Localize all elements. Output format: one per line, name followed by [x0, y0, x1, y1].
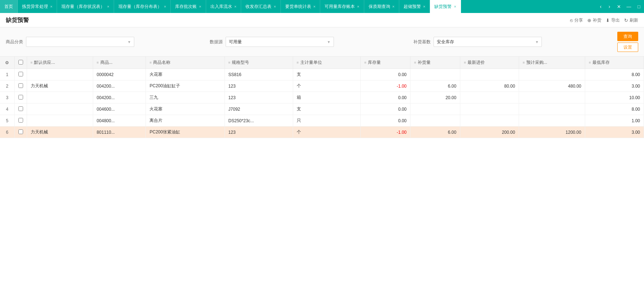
query-button[interactable]: 查询	[617, 32, 638, 41]
category-select[interactable]: ▼	[26, 37, 134, 47]
nav-tab-close-11[interactable]: ×	[454, 4, 456, 9]
settings-col-header: ⚙	[0, 57, 14, 69]
nav-tab-label-8: 可用量库存账本	[325, 4, 355, 10]
main-content: 缺货预警 ⎋ 分享 ⊕ 补货 ⬇ 导出 ↻ 刷新 商品分类	[0, 13, 644, 287]
row-checkbox-4[interactable]	[18, 118, 23, 123]
supplier-cell-1: 力天机械	[27, 80, 93, 92]
nav-tab-label-11: 缺货预警	[434, 4, 452, 10]
th-replenish-icon: ≡	[414, 61, 416, 65]
row-checkbox-1[interactable]	[18, 83, 23, 88]
category-label: 商品分类	[6, 39, 23, 45]
datasource-arrow-icon: ▼	[327, 40, 331, 44]
latest-price-cell-5: 200.00	[460, 127, 519, 138]
nav-tab-10[interactable]: 超储预警×	[399, 0, 430, 13]
nav-prev-arrow[interactable]: ‹	[596, 0, 605, 13]
nav-tab-close-4[interactable]: ×	[199, 4, 201, 9]
row-index-5: 6	[0, 127, 14, 138]
refresh-icon: ↻	[624, 18, 628, 23]
th-unit-icon: ≡	[297, 61, 299, 65]
nav-tab-6[interactable]: 收发存汇总表×	[241, 0, 280, 13]
th-latest-price-icon: ≡	[464, 61, 466, 65]
window-maximize-icon[interactable]: □	[634, 0, 644, 13]
nav-tab-close-2[interactable]: ×	[107, 4, 109, 9]
nav-tab-close-10[interactable]: ×	[423, 4, 425, 9]
replenish-base-value: 安全库存	[437, 39, 454, 45]
row-checkbox-3[interactable]	[18, 106, 23, 111]
table-row: 5004800...离合片DS250*23c...只0.001.00	[0, 115, 644, 127]
nav-next-arrow[interactable]: ›	[605, 0, 614, 13]
page-header: 缺货预警 ⎋ 分享 ⊕ 补货 ⬇ 导出 ↻ 刷新	[0, 13, 644, 27]
nav-tab-2[interactable]: 现存量（库存状况表）×	[57, 0, 114, 13]
table-row: 4004600...火花塞J7092支0.008.00	[0, 103, 644, 115]
select-all-checkbox[interactable]	[18, 60, 23, 65]
code-cell-3: 004600...	[93, 103, 146, 115]
nav-tab-close-7[interactable]: ×	[313, 4, 316, 9]
nav-tab-close-1[interactable]: ×	[50, 4, 52, 9]
refresh-button[interactable]: ↻ 刷新	[624, 17, 638, 23]
nav-tab-5[interactable]: 出入库流水×	[206, 0, 241, 13]
nav-tab-close-5[interactable]: ×	[234, 4, 236, 9]
replenish-base-select[interactable]: 安全库存 ▼	[434, 37, 542, 47]
nav-tab-label-7: 要货单统计表	[285, 4, 311, 10]
code-cell-2: 004200...	[93, 92, 146, 103]
gear-icon[interactable]: ⚙	[5, 60, 9, 65]
row-checkbox-0[interactable]	[18, 72, 23, 76]
data-table-container: ⚙ ≡ 默认供应... ≡ 商品...	[0, 57, 644, 138]
nav-tab-label-5: 出入库流水	[210, 4, 232, 10]
settings-button[interactable]: 设置	[617, 43, 638, 52]
nav-tab-0[interactable]: 首页	[0, 0, 18, 13]
unit-cell-0: 支	[293, 69, 360, 80]
nav-tab-8[interactable]: 可用量库存账本×	[320, 0, 364, 13]
nav-tab-label-6: 收发存汇总表	[245, 4, 271, 10]
row-checkbox-2[interactable]	[18, 95, 23, 100]
nav-tab-label-1: 拣货异常处理	[22, 4, 48, 10]
replenish-cell-5: 6.00	[410, 127, 460, 138]
replenish-button[interactable]: ⊕ 补货	[587, 17, 601, 23]
nav-tab-close-3[interactable]: ×	[164, 4, 166, 9]
nav-tab-1[interactable]: 拣货异常处理×	[18, 0, 57, 13]
stock-cell-4: 0.00	[361, 115, 410, 127]
name-cell-3: 火花塞	[146, 103, 225, 115]
estimated-purchase-cell-2	[519, 92, 585, 103]
stock-cell-5: -1.00	[361, 127, 410, 138]
row-index-4: 5	[0, 115, 14, 127]
code-cell-0: 0000042	[93, 69, 146, 80]
nav-tab-3[interactable]: 现存量（库存分布表）×	[114, 0, 171, 13]
spec-cell-4: DS250*23c...	[225, 115, 293, 127]
row-checkbox-col-2	[14, 92, 27, 103]
share-button[interactable]: ⎋ 分享	[570, 17, 583, 23]
nav-tab-7[interactable]: 要货单统计表×	[281, 0, 320, 13]
nav-tab-close-8[interactable]: ×	[357, 4, 359, 9]
stock-cell-3: 0.00	[361, 103, 410, 115]
row-checkbox-5[interactable]	[18, 129, 23, 134]
nav-tab-4[interactable]: 库存批次账×	[171, 0, 206, 13]
supplier-cell-2	[27, 92, 93, 103]
supplier-cell-0	[27, 69, 93, 80]
estimated-purchase-cell-1: 480.00	[519, 80, 585, 92]
datasource-select[interactable]: 可用量 ▼	[226, 37, 334, 47]
category-filter-group: 商品分类 ▼	[6, 37, 204, 47]
spec-cell-2: 123	[225, 92, 293, 103]
name-cell-5: PC200张紧油缸	[146, 127, 225, 138]
supplier-cell-4	[27, 115, 93, 127]
nav-tab-9[interactable]: 保质期查询×	[364, 0, 399, 13]
shortage-warning-table: ⚙ ≡ 默认供应... ≡ 商品...	[0, 57, 644, 138]
th-replenish: ≡ 补货量	[410, 57, 460, 69]
nav-tab-label-10: 超储预警	[404, 4, 421, 10]
window-minimize-icon[interactable]: —	[624, 0, 634, 13]
latest-price-cell-2	[460, 92, 519, 103]
table-row: 3004200...三九123箱0.0020.0010.00	[0, 92, 644, 103]
export-button[interactable]: ⬇ 导出	[606, 17, 620, 23]
replenish-icon: ⊕	[587, 18, 591, 23]
window-close-icon[interactable]: ✕	[614, 0, 624, 13]
min-stock-cell-2: 10.00	[585, 92, 644, 103]
nav-tab-label-2: 现存量（库存状况表）	[61, 4, 105, 10]
nav-tab-label-4: 库存批次账	[175, 4, 197, 10]
unit-cell-4: 只	[293, 115, 360, 127]
category-arrow-icon: ▼	[127, 40, 131, 44]
nav-tab-close-6[interactable]: ×	[274, 4, 276, 9]
row-checkbox-col-0	[14, 69, 27, 80]
filter-actions: 查询 设置	[617, 32, 638, 52]
nav-tab-11[interactable]: 缺货预警×	[430, 0, 461, 13]
nav-tab-close-9[interactable]: ×	[392, 4, 395, 9]
